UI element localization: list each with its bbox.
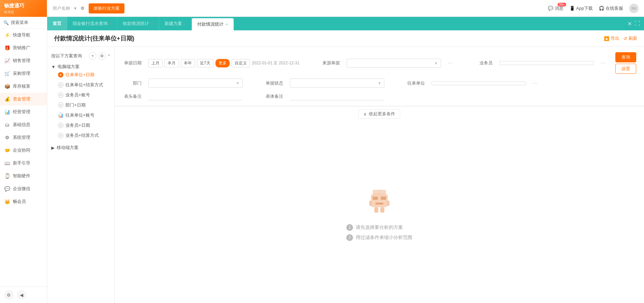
scheme-item-salesman-date[interactable]: ⊞ 业务员+日期 xyxy=(55,120,110,130)
refresh-btn[interactable]: ↺ 刷新 xyxy=(623,35,637,41)
manage-scheme-btn[interactable]: ⚙ xyxy=(98,52,106,60)
sidebar-icon-guide: 📖 xyxy=(4,160,10,166)
date-btn-last-month[interactable]: 上月 xyxy=(148,59,163,67)
svg-rect-4 xyxy=(369,201,372,206)
sidebar-item-wechat[interactable]: 💬 企业微信 xyxy=(0,182,47,195)
app-download-btn[interactable]: 📱 App下载 xyxy=(569,5,593,11)
mobile-category-label: 移动端方案 xyxy=(57,145,79,151)
tab-bank-flow[interactable]: 现金银行流水查询 × xyxy=(67,17,117,30)
sidebar-item-business[interactable]: 📊 经营管理 xyxy=(0,105,47,118)
source-select[interactable]: ▾ xyxy=(347,59,441,68)
left-panel-collapse-btn[interactable]: « xyxy=(108,52,110,60)
date-btn-more[interactable]: 更多 xyxy=(215,59,230,67)
date-btn-custom[interactable]: 自定义 xyxy=(232,59,250,67)
export-btn[interactable]: 🔼 导出 xyxy=(604,35,619,41)
trial-btn[interactable]: 体验行业方案 xyxy=(89,3,124,13)
scheme-item-label-salesman-account: 业务员+账号 xyxy=(65,92,90,98)
close-all-tabs-btn[interactable]: ✕ xyxy=(627,21,632,27)
scheme-item-partner-account[interactable]: 📊 往来单位+账号 xyxy=(55,110,110,120)
date-btn-7days[interactable]: 近7天 xyxy=(197,59,213,67)
tab-receivable-close[interactable]: × xyxy=(151,22,153,26)
sidebar-item-capital[interactable]: 💰 资金管理 xyxy=(0,93,47,105)
footer-settings-btn[interactable]: ⚙ xyxy=(4,290,13,300)
online-service-btn[interactable]: 🎧 在线客服 xyxy=(599,5,623,11)
pc-category-label: 电脑端方案 xyxy=(58,64,80,70)
salesman-dots[interactable]: ··· xyxy=(601,60,605,66)
sidebar-item-member[interactable]: 👑 畅会员 xyxy=(0,195,47,208)
partner-dots[interactable]: ··· xyxy=(533,80,537,86)
sidebar-item-quick-nav[interactable]: ⚡ 快捷导航 xyxy=(0,29,47,41)
tab-home[interactable]: 首页 xyxy=(47,17,67,30)
mobile-category-arrow: ▶ xyxy=(51,145,55,150)
search-menu-item[interactable]: 🔍 搜索菜单 xyxy=(0,17,47,29)
date-btn-this-year[interactable]: 本年 xyxy=(181,59,195,67)
scheme-item-partner-date[interactable]: ● 往来单位+日期 xyxy=(55,70,110,80)
table-body-note-input[interactable] xyxy=(290,92,384,100)
tab-new-scheme-close[interactable]: × xyxy=(184,22,186,26)
scheme-item-salesman-account[interactable]: ⊞ 业务员+账号 xyxy=(55,90,110,100)
salesman-select[interactable] xyxy=(499,61,594,65)
scheme-item-salesman-settle[interactable]: ⊞ 业务员+结算方式 xyxy=(55,130,110,141)
scheme-items: ● 往来单位+日期 ⊞ 往来单位+结算方式 ⊞ 业务员+账号 xyxy=(51,70,110,141)
sidebar-item-inventory[interactable]: 📦 库存核算 xyxy=(0,80,47,93)
source-filter-label: 来源单据 xyxy=(320,60,340,66)
sidebar-label-wechat: 企业微信 xyxy=(13,186,30,192)
sidebar-collapse-btn[interactable]: ◀ xyxy=(17,290,26,300)
export-label: 导出 xyxy=(611,35,619,41)
sidebar-label-hardware: 智能硬件 xyxy=(13,173,30,179)
content-body: 按以下方案查询 + ⚙ « ▼ 电脑端方案 xyxy=(47,47,644,303)
scheme-item-dept-date[interactable]: ⊞ 部门+日期 xyxy=(55,100,110,110)
topbar-settings-icon[interactable]: ⚙ xyxy=(81,6,85,11)
mobile-scheme-category-header[interactable]: ▶ 移动端方案 xyxy=(51,145,110,151)
sidebar-item-system[interactable]: ⚙ 系统管理 xyxy=(0,131,47,144)
scheme-item-partner-settle[interactable]: ⊞ 往来单位+结算方式 xyxy=(55,80,110,90)
topbar-arrow[interactable]: ▾ xyxy=(74,6,77,11)
message-icon: 💬 xyxy=(548,6,553,11)
filter-dates: 上月 本月 本年 近7天 更多 自定义 2022-01-01 至 2022-12… xyxy=(148,59,299,67)
sidebar-item-basic[interactable]: 🗂 基础信息 xyxy=(0,118,47,131)
add-scheme-btn[interactable]: + xyxy=(89,52,96,60)
scheme-item-icon-salesman-date: ⊞ xyxy=(58,123,63,128)
sidebar-item-hardware[interactable]: ⌚ 智能硬件 xyxy=(0,170,47,182)
scheme-item-icon-salesman-settle: ⊞ xyxy=(58,133,63,138)
sidebar-icon-inventory: 📦 xyxy=(4,83,10,89)
sidebar-footer: ⚙ ◀ xyxy=(0,286,47,303)
query-btn[interactable]: 查询 xyxy=(615,52,636,62)
sidebar-item-guide[interactable]: 📖 新手引导 xyxy=(0,157,47,170)
tip-text-2: 用过滤条件来缩小分析范围 xyxy=(356,235,412,241)
date-range-text: 2022-01-01 至 2022-12-31 xyxy=(252,60,299,66)
voucher-status-select[interactable]: ▾ xyxy=(290,79,384,88)
svg-rect-2 xyxy=(381,196,386,200)
pc-scheme-category-header[interactable]: ▼ 电脑端方案 xyxy=(51,64,110,70)
tab-bank-flow-close[interactable]: × xyxy=(110,22,112,26)
svg-rect-1 xyxy=(373,196,378,200)
sidebar-item-purchase[interactable]: 🛒 采购管理 xyxy=(0,67,47,80)
message-btn[interactable]: 💬 消息 99+ xyxy=(548,5,563,11)
tab-new-scheme-label: 新建方案 xyxy=(165,21,182,27)
sidebar-label-inventory: 库存核算 xyxy=(13,83,30,89)
collapse-area: ∧ 收起更多条件 xyxy=(115,106,644,121)
dept-select[interactable]: ▾ xyxy=(148,79,243,88)
collapse-more-btn[interactable]: ∧ 收起更多条件 xyxy=(358,109,400,119)
tab-payment-stat[interactable]: 付款情况统计 × xyxy=(192,18,233,30)
export-icon: 🔼 xyxy=(604,36,609,41)
message-badge: 99+ xyxy=(558,3,566,6)
date-btn-this-month[interactable]: 本月 xyxy=(165,59,179,67)
tab-payment-stat-close[interactable]: × xyxy=(226,22,228,26)
pc-scheme-category: ▼ 电脑端方案 ● 往来单位+日期 ⊞ 往来单位+结算方式 xyxy=(47,62,114,143)
tab-receivable[interactable]: 收款情况统计 × xyxy=(117,17,159,30)
avatar[interactable]: Rit xyxy=(629,4,639,13)
expand-tab-btn[interactable]: ⛶ xyxy=(635,21,640,27)
tab-new-scheme[interactable]: 新建方案 × xyxy=(159,17,192,30)
scheme-item-label-dept-date: 部门+日期 xyxy=(65,102,86,108)
source-dots[interactable]: ··· xyxy=(448,60,452,66)
sidebar-item-sales[interactable]: 📈 销售管理 xyxy=(0,54,47,67)
partner-select[interactable] xyxy=(432,81,526,85)
sidebar-item-corp[interactable]: 🤝 企业协同 xyxy=(0,144,47,157)
topbar-right: 💬 消息 99+ 📱 App下载 🎧 在线客服 Rit xyxy=(548,4,639,13)
sidebar-item-marketing[interactable]: 🎁 营销推广 xyxy=(0,41,47,54)
voucher-status-arrow: ▾ xyxy=(378,81,381,86)
sidebar-icon-hardware: ⌚ xyxy=(4,173,10,179)
filter-settings-btn[interactable]: 设置 xyxy=(615,64,636,74)
table-head-note-input[interactable] xyxy=(148,92,243,100)
